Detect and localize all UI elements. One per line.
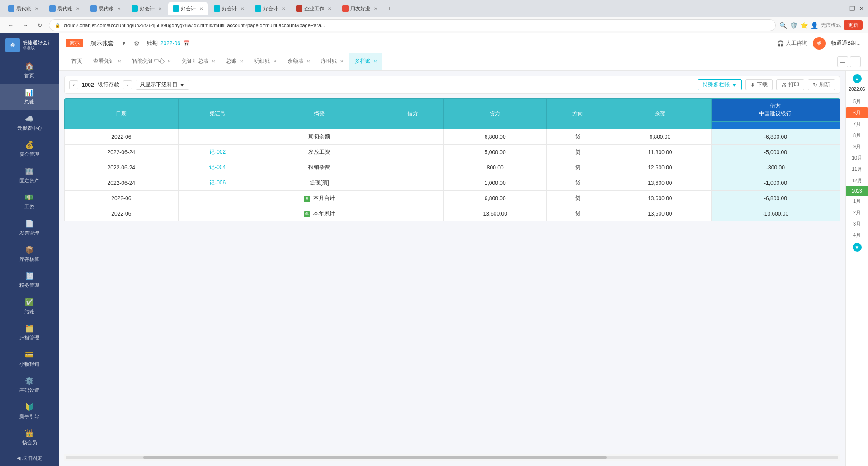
month-item-august[interactable]: 8月 xyxy=(846,130,868,141)
tab-smart-voucher-close[interactable]: ✕ xyxy=(167,59,171,64)
address-bar[interactable]: 🔒 cloud2.chanjet.com/accounting/uh26t264… xyxy=(49,19,776,31)
tab-close-4[interactable]: ✕ xyxy=(158,6,162,11)
consult-button[interactable]: 🎧 人工咨询 xyxy=(777,39,807,47)
col-date: 日期 xyxy=(65,99,179,129)
tab-detail-ledger[interactable]: 明细账 ✕ xyxy=(249,53,282,71)
voucher-link-2[interactable]: 记-002 xyxy=(209,149,226,155)
account-settings-icon[interactable]: ⚙ xyxy=(134,40,140,47)
sidebar-item-invoice[interactable]: 📄 发票管理 xyxy=(0,215,59,241)
sidebar-item-settings[interactable]: ⚙️ 基础设置 xyxy=(0,372,59,398)
tab-detail-ledger-close[interactable]: ✕ xyxy=(273,59,277,64)
month-item-june[interactable]: 6月 xyxy=(846,107,868,118)
tab-yidaizhang-3[interactable]: 易代账 ✕ xyxy=(86,2,125,15)
tab-haohuiji-1[interactable]: 好会计 ✕ xyxy=(127,2,166,15)
back-button[interactable]: ← xyxy=(5,20,16,31)
month-item-mar[interactable]: 3月 xyxy=(846,218,868,230)
tab-yongyou[interactable]: 用友好业 ✕ xyxy=(338,2,382,15)
tab-close-1[interactable]: ✕ xyxy=(35,6,38,11)
tab-balance-close[interactable]: ✕ xyxy=(307,59,310,64)
refresh-button[interactable]: ↻ 刷新 xyxy=(808,79,835,90)
tab-voucher-summary-close[interactable]: ✕ xyxy=(212,59,215,64)
tab-view-voucher-close[interactable]: ✕ xyxy=(118,59,121,64)
sidebar-item-inventory[interactable]: 📦 库存核算 xyxy=(0,241,59,267)
tab-yidaizhang-1[interactable]: 易代账 ✕ xyxy=(4,2,43,15)
minimize-button[interactable]: — xyxy=(840,5,846,12)
bookmark-icon[interactable]: ⭐ xyxy=(800,22,808,29)
tab-smart-voucher[interactable]: 智能凭证中心 ✕ xyxy=(127,53,176,71)
tab-general-ledger-close[interactable]: ✕ xyxy=(240,59,243,64)
dropdown-icon[interactable]: ▼ xyxy=(121,40,127,47)
cell-summary-2: 发放工资 xyxy=(257,145,382,160)
search-icon[interactable]: 🔍 xyxy=(779,22,787,29)
tab-general-ledger[interactable]: 总账 ✕ xyxy=(221,53,249,71)
month-scroll-up[interactable]: ▲ xyxy=(853,74,862,83)
tab-haohuiji-4[interactable]: 好会计 ✕ xyxy=(250,2,290,15)
sidebar-item-cloud-report[interactable]: ☁️ 云报表中心 xyxy=(0,110,59,136)
sidebar-item-archive[interactable]: 🗂️ 归档管理 xyxy=(0,320,59,346)
month-item-october[interactable]: 10月 xyxy=(846,152,868,164)
top-bar: 演示 演示账套 ▼ ⚙ 账期 2022-06 📅 🎧 人工咨询 畅 畅通通B组.… xyxy=(59,33,868,53)
subcategory-filter[interactable]: 只显示下级科目 ▼ xyxy=(136,80,189,90)
horizontal-scrollbar[interactable] xyxy=(64,454,840,461)
tab-view-voucher[interactable]: 查看凭证 ✕ xyxy=(88,53,127,71)
maximize-button[interactable]: ❐ xyxy=(849,5,855,12)
voucher-link-4[interactable]: 记-006 xyxy=(209,179,226,186)
close-window-button[interactable]: ✕ xyxy=(859,5,864,12)
tab-qiyegongzuo[interactable]: 企业工作 ✕ xyxy=(292,2,336,15)
month-item-feb[interactable]: 2月 xyxy=(846,207,868,218)
tab-balance[interactable]: 余额表 ✕ xyxy=(282,53,316,71)
tab-close-9[interactable]: ✕ xyxy=(374,6,377,11)
forward-button[interactable]: → xyxy=(20,20,31,31)
archive-icon: 🗂️ xyxy=(25,324,34,333)
sidebar-item-ledger[interactable]: 📊 总账 xyxy=(0,84,59,110)
tab-yidaizhang-2[interactable]: 易代账 ✕ xyxy=(45,2,84,15)
tab-close-6[interactable]: ✕ xyxy=(241,6,244,11)
month-scroll-down[interactable]: ▼ xyxy=(853,243,862,252)
month-item-july[interactable]: 7月 xyxy=(846,118,868,130)
sidebar-item-tax[interactable]: 🧾 税务管理 xyxy=(0,267,59,293)
sidebar-pin-toggle[interactable]: ◀ 取消固定 xyxy=(0,450,59,466)
update-button[interactable]: 更新 xyxy=(844,20,863,30)
tab-close-5[interactable]: ✕ xyxy=(199,6,203,11)
month-item-apr[interactable]: 4月 xyxy=(846,230,868,241)
month-item-may[interactable]: 5月 xyxy=(846,96,868,107)
tab-close-8[interactable]: ✕ xyxy=(328,6,331,11)
month-item-november[interactable]: 11月 xyxy=(846,164,868,175)
tab-sequence-ledger-close[interactable]: ✕ xyxy=(340,59,344,64)
sidebar-item-home[interactable]: 🏠 首页 xyxy=(0,57,59,84)
tab-haohuiji-3[interactable]: 好会计 ✕ xyxy=(209,2,249,15)
sidebar-item-fixed-assets[interactable]: 🏢 固定资产 xyxy=(0,162,59,188)
month-item-september[interactable]: 9月 xyxy=(846,141,868,152)
tab-close-3[interactable]: ✕ xyxy=(117,6,121,11)
sidebar-item-funds[interactable]: 💰 资金管理 xyxy=(0,136,59,162)
tab-close-2[interactable]: ✕ xyxy=(76,6,80,11)
tab-voucher-summary[interactable]: 凭证汇总表 ✕ xyxy=(176,53,221,71)
table-row-yearly-total: 2022-06 年 本年累计 13,600.00 贷 13,600.00 xyxy=(65,206,840,221)
new-tab-button[interactable]: + xyxy=(384,3,395,14)
sidebar-item-guide[interactable]: 🔰 新手引导 xyxy=(0,398,59,424)
collapse-tab-button[interactable]: — xyxy=(837,56,848,67)
next-account-button[interactable]: › xyxy=(123,80,132,89)
special-multi-col-button[interactable]: 特殊多栏账 ▼ xyxy=(698,79,742,90)
expand-tab-button[interactable]: ⛶ xyxy=(850,56,861,67)
prev-account-button[interactable]: ‹ xyxy=(69,80,78,89)
tab-sequence-ledger[interactable]: 序时账 ✕ xyxy=(316,53,349,71)
tab-multi-column[interactable]: 多栏账 ✕ xyxy=(349,53,382,71)
sidebar-item-expense[interactable]: 💳 小畅报销 xyxy=(0,346,59,372)
reload-button[interactable]: ↻ xyxy=(34,20,45,31)
tab-home[interactable]: 首页 xyxy=(66,53,88,71)
voucher-link-3[interactable]: 记-004 xyxy=(209,164,226,170)
month-item-jan[interactable]: 1月 xyxy=(846,196,868,207)
tab-close-7[interactable]: ✕ xyxy=(282,6,285,11)
sidebar-item-payroll[interactable]: 💵 工资 xyxy=(0,188,59,215)
download-button[interactable]: ⬇ 下载 xyxy=(745,79,773,90)
tab-multi-column-close[interactable]: ✕ xyxy=(373,59,377,64)
tab-haohuiji-2-active[interactable]: 好会计 ✕ xyxy=(168,2,208,15)
sidebar-item-settlement[interactable]: ✅ 结账 xyxy=(0,293,59,320)
calendar-icon[interactable]: 📅 xyxy=(183,40,190,47)
month-item-december[interactable]: 12月 xyxy=(846,175,868,186)
sidebar-item-member[interactable]: 👑 畅会员 xyxy=(0,424,59,450)
print-button[interactable]: 🖨 打印 xyxy=(776,79,804,90)
profile-icon[interactable]: 👤 xyxy=(811,22,818,29)
shield-icon[interactable]: 🛡️ xyxy=(790,22,797,29)
